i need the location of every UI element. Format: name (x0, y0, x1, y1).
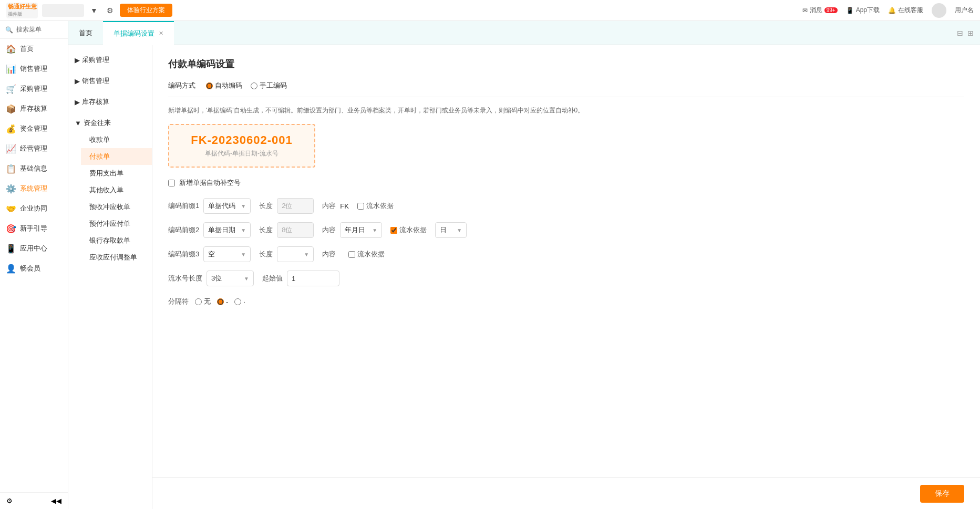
basic-icon: 📋 (6, 164, 16, 173)
sidebar-item-enterprise[interactable]: 🤝 企业协同 (0, 199, 68, 219)
prefix2-select[interactable]: 单据日期 ▼ (203, 222, 251, 238)
sidebar-item-basic[interactable]: 📋 基础信息 (0, 159, 68, 179)
tab-expand-icon[interactable]: ⊞ (967, 29, 974, 37)
sep-none-input[interactable] (195, 298, 202, 305)
prefix1-field: 编码前缀1 单据代码 ▼ (168, 198, 251, 214)
sec-label-payment: 付款单 (89, 152, 110, 161)
prefix2-label: 编码前缀2 (168, 225, 199, 235)
sidebar-item-inventory[interactable]: 📦 库存核算 (0, 99, 68, 119)
sidebar-item-newguide[interactable]: 🎯 新手引导 (0, 219, 68, 238)
search-menu-btn[interactable]: 🔍 搜索菜单 (0, 21, 68, 39)
avatar[interactable] (932, 3, 946, 18)
sec-menu-fund[interactable]: ▼ 资金往来 (68, 115, 152, 131)
prefix2-serial-checkbox[interactable] (390, 227, 397, 234)
message-btn[interactable]: ✉ 消息 99+ (802, 6, 838, 15)
prefix2-row: 编码前缀2 单据日期 ▼ 长度 8位 (168, 222, 964, 238)
prefix2-length-field: 长度 8位 (259, 222, 314, 238)
sec-arrow-purchase: ▶ (75, 56, 80, 64)
sidebar-item-sales[interactable]: 📊 销售管理 (0, 59, 68, 79)
tab-serial-setting[interactable]: 单据编码设置 ✕ (103, 21, 174, 45)
prefix1-select[interactable]: 单据代码 ▼ (203, 198, 251, 214)
tab-minimize-icon[interactable]: ⊟ (957, 29, 963, 37)
sec-menu-sales[interactable]: ▶ 销售管理 (68, 72, 152, 89)
prefix2-content-field: 内容 年月日 ▼ (322, 222, 382, 238)
purchase-icon: 🛒 (6, 84, 16, 94)
trial-btn[interactable]: 体验行业方案 (120, 4, 172, 17)
prefix2-arrow: ▼ (241, 227, 246, 233)
tab-close-icon[interactable]: ✕ (159, 30, 163, 37)
prefix3-select[interactable]: 空 ▼ (203, 246, 251, 262)
bottom-bar: 保存 (152, 477, 980, 509)
sep-none-radio[interactable]: 无 (195, 297, 211, 306)
prefix1-content-value: FK (340, 202, 349, 210)
tab-home[interactable]: 首页 (68, 21, 103, 45)
prefix1-row: 编码前缀1 单据代码 ▼ 长度 2位 (168, 198, 964, 214)
sec-label-purchase: 采购管理 (82, 55, 109, 65)
sec-item-advance-receivable[interactable]: 预收冲应收单 (81, 199, 152, 215)
sec-label-receipt: 收款单 (89, 135, 110, 144)
auto-code-input[interactable] (206, 82, 213, 89)
search-menu-label: 搜索菜单 (16, 25, 42, 34)
sidebar-item-member[interactable]: 👤 畅会员 (0, 258, 68, 278)
sec-item-payment[interactable]: 付款单 (81, 148, 152, 165)
preview-desc: 单据代码-单据日期-流水号 (182, 149, 302, 158)
prefix1-value: 单据代码 (208, 201, 235, 211)
sec-item-ap-adjust[interactable]: 应收应付调整单 (81, 249, 152, 266)
sidebar-item-label-purchase: 采购管理 (20, 84, 47, 94)
sec-item-other-income[interactable]: 其他收入单 (81, 182, 152, 199)
sec-menu-purchase[interactable]: ▶ 采购管理 (68, 51, 152, 68)
inventory-icon: 📦 (6, 104, 16, 113)
dropdown-icon[interactable]: ▼ (88, 5, 100, 16)
prefix2-content-select[interactable]: 年月日 ▼ (340, 222, 382, 238)
prefix3-serial-checkbox[interactable] (348, 251, 355, 258)
prefix2-serial-group: 流水依据 (390, 225, 427, 235)
manual-code-input[interactable] (251, 82, 257, 89)
prefix3-value: 空 (208, 250, 215, 259)
page-content: 付款单编码设置 编码方式 自动编码 手工编码 (152, 45, 980, 477)
app-logo: 畅通好生意插件版 (6, 3, 38, 18)
settings-icon[interactable]: ⚙ (104, 5, 116, 16)
serial-start-input[interactable] (287, 271, 339, 286)
collapse-icon[interactable]: ◀◀ (51, 497, 61, 505)
save-button[interactable]: 保存 (920, 485, 964, 503)
appcenter-icon: 📱 (6, 244, 16, 253)
prefix3-length-select[interactable]: ▼ (277, 246, 314, 262)
prefix1-serial-checkbox[interactable] (357, 203, 364, 210)
info-text: 新增单据时，'单据编码'自动生成，不可编辑。前缀设置为部门、业务员等档案类，开单… (168, 106, 964, 116)
sidebar-item-appcenter[interactable]: 📱 应用中心 (0, 238, 68, 258)
sec-item-expense[interactable]: 费用支出单 (81, 165, 152, 182)
home-icon: 🏠 (6, 44, 16, 54)
sec-item-bank-deposit[interactable]: 银行存取款单 (81, 232, 152, 249)
serial-start-label: 起始值 (262, 274, 283, 283)
sidebar-item-system[interactable]: ⚙️ 系统管理 (0, 179, 68, 199)
auto-fill-checkbox[interactable] (168, 180, 175, 186)
search-bar[interactable] (42, 4, 84, 17)
prefix1-label: 编码前缀1 (168, 201, 199, 211)
manual-code-radio[interactable]: 手工编码 (251, 81, 287, 90)
sep-dot-radio[interactable]: · (234, 298, 245, 306)
sep-dot-input[interactable] (234, 298, 241, 305)
sidebar-item-operations[interactable]: 📈 经营管理 (0, 139, 68, 159)
sidebar-item-label-newguide: 新手引导 (20, 224, 47, 233)
sep-dash-radio[interactable]: - (217, 298, 228, 306)
auto-code-radio[interactable]: 自动编码 (206, 81, 242, 90)
sec-label-other-income: 其他收入单 (89, 185, 123, 195)
sep-none-label: 无 (204, 297, 211, 306)
prefix3-length-field: 长度 ▼ (259, 246, 314, 262)
tab-serial-label: 单据编码设置 (114, 29, 154, 38)
settings-bottom-icon[interactable]: ⚙ (6, 497, 13, 505)
sidebar-item-finance[interactable]: 💰 资金管理 (0, 119, 68, 139)
sec-menu-inventory[interactable]: ▶ 库存核算 (68, 94, 152, 110)
prefix2-period-select[interactable]: 日 ▼ (435, 222, 467, 238)
serial-length-select[interactable]: 3位 ▼ (207, 271, 254, 286)
sec-item-receipt[interactable]: 收款单 (81, 131, 152, 148)
sep-dash-input[interactable] (217, 298, 224, 305)
sidebar-item-purchase[interactable]: 🛒 采购管理 (0, 79, 68, 99)
download-icon: 📱 (846, 7, 854, 14)
sidebar-item-home[interactable]: 🏠 首页 (0, 39, 68, 59)
secondary-sidebar: ▶ 采购管理 ▶ 销售管理 ▶ 库存核算 (68, 45, 152, 509)
online-service-btn[interactable]: 🔔 在线客服 (888, 6, 923, 15)
app-download-btn[interactable]: 📱 App下载 (846, 6, 880, 15)
message-badge: 99+ (824, 7, 838, 13)
sec-item-advance-payable[interactable]: 预付冲应付单 (81, 215, 152, 232)
